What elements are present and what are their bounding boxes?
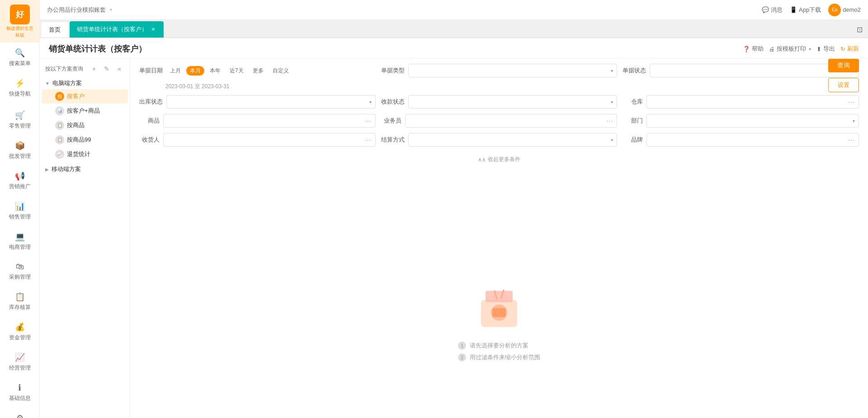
sidebar-item-system[interactable]: ⚙ 系统管理 — [0, 408, 39, 418]
scheme-item-icon-p: 📋 — [55, 121, 64, 130]
payment-method-select[interactable]: ▾ — [408, 133, 618, 147]
logo-subtitle: 标版 — [15, 32, 24, 38]
date-label: 单据日期 — [139, 66, 163, 75]
scheme-group-mobile-header[interactable]: ▶ 移动端方案 — [40, 163, 130, 175]
print-label: 按模板打印 — [777, 45, 806, 53]
scheme-item-by-customer[interactable]: 按 按客户 — [42, 89, 128, 104]
sidebar-item-marketing[interactable]: 📢 营销推广 — [0, 166, 39, 196]
sidebar-item-quick-nav[interactable]: ⚡ 快捷导航 — [0, 73, 39, 103]
scheme-item-icon-p99: 📋 — [55, 135, 64, 144]
tab-sales-stat[interactable]: 销货单统计计表（按客户） ✕ — [70, 21, 164, 38]
settings-button[interactable]: 设置 — [828, 78, 859, 92]
brand-input[interactable]: ··· — [646, 133, 859, 147]
help-button[interactable]: ❓ 帮助 — [743, 45, 764, 53]
svg-rect-1 — [486, 291, 513, 302]
sidebar-item-wholesale-mgmt[interactable]: 📦 批发管理 — [0, 135, 39, 166]
top-header: 办公用品行业模拟账套 ▾ 💬 消息 📱 App下载 Ea demo2 — [40, 0, 868, 20]
department-arrow-icon: ▾ — [853, 119, 855, 124]
page-inner: 销货单统计计表（按客户） ❓ 帮助 🖨 按模板打印 ▾ ⬆ 导出 — [40, 38, 868, 418]
out-status-select[interactable]: ▾ — [166, 95, 376, 109]
prev-month-btn[interactable]: 上月 — [166, 66, 184, 76]
more-btn[interactable]: 更多 — [249, 66, 267, 76]
tab-sales-stat-label: 销货单统计计表（按客户） — [77, 25, 147, 33]
date-range-row: 2023-03-01 至 2023-03-31 — [139, 83, 859, 90]
product-input[interactable]: ··· — [163, 114, 376, 128]
sidebar-item-label: 库存核算 — [9, 304, 31, 311]
query-button[interactable]: 查询 — [828, 59, 859, 72]
print-button[interactable]: 🖨 按模板打印 ▾ — [769, 45, 811, 53]
sidebar-item-retail-mgmt[interactable]: 🛒 零售管理 — [0, 105, 39, 135]
print-dropdown-icon: ▾ — [809, 47, 811, 52]
salesperson-input[interactable]: ··· — [405, 114, 618, 128]
scheme-group-desktop-header[interactable]: ▼ 电脑端方案 — [40, 77, 130, 89]
scheme-collapse-button[interactable]: « — [114, 64, 124, 74]
sidebar-item-purchase[interactable]: 🛍 采购管理 — [0, 256, 39, 286]
this-year-btn[interactable]: 本年 — [206, 66, 224, 76]
scheme-header-label: 按以下方案查询 — [45, 65, 83, 73]
message-button[interactable]: 💬 消息 — [762, 6, 783, 14]
empty-state: 1 请先选择要分析的方案 2 用过滤条件来缩小分析范围 — [130, 226, 868, 418]
filter-cell-department: 部门 ▾ — [623, 114, 859, 128]
this-month-btn[interactable]: 本月 — [186, 66, 204, 76]
tab-expand-button[interactable]: ⊡ — [851, 21, 868, 38]
scheme-item-by-customer-product[interactable]: 📊 按客户+商品 — [42, 104, 128, 118]
user-profile-button[interactable]: Ea demo2 — [828, 4, 861, 16]
payment-status-select[interactable]: ▾ — [408, 95, 618, 109]
filter-cell-warehouse: 仓库 ··· — [623, 95, 859, 109]
custom-btn[interactable]: 自定义 — [269, 66, 292, 76]
sidebar: 好 畅捷通好生意 标版 🔍 搜索菜单 ⚡ 快捷导航 🛒 零售管理 📦 批发管理 … — [0, 0, 40, 418]
brand-label: 品牌 — [623, 136, 643, 144]
breadcrumb-area: 办公用品行业模拟账套 ▾ — [47, 6, 113, 14]
filter-panel: 单据日期 上月 本月 本年 近7天 更多 自定义 — [130, 58, 868, 226]
scheme-edit-button[interactable]: ✎ — [102, 64, 112, 74]
sidebar-item-ecommerce[interactable]: 💻 电商管理 — [0, 226, 39, 256]
refresh-button[interactable]: ↻ 刷新 — [840, 45, 859, 53]
sidebar-item-sales-mgmt[interactable]: 📊 销售管理 — [0, 196, 39, 226]
payment-status-label: 收款状态 — [381, 98, 405, 106]
empty-step-1: 1 请先选择要分析的方案 — [458, 342, 540, 350]
tab-close-icon[interactable]: ✕ — [150, 25, 156, 33]
action-buttons: 查询 设置 — [828, 59, 859, 92]
filter-row-2: 出库状态 ▾ 收款状态 — [139, 95, 859, 109]
sidebar-item-basic-info[interactable]: ℹ 基础信息 — [0, 377, 39, 408]
sidebar-item-label: 采购管理 — [9, 273, 31, 281]
empty-step-2: 2 用过滤条件来缩小分析范围 — [458, 353, 540, 361]
scheme-item-return-stat-label: 退货统计 — [67, 150, 90, 158]
scheme-item-by-product-99[interactable]: 📋 按商品99 — [42, 133, 128, 147]
breadcrumb-arrow-icon: ▾ — [109, 6, 113, 13]
doc-type-select[interactable]: ▾ — [408, 64, 618, 77]
operations-icon: 📈 — [15, 352, 25, 362]
receiver-input[interactable]: ··· — [163, 133, 376, 147]
sidebar-item-finance[interactable]: 💰 资金管理 — [0, 317, 39, 347]
department-select[interactable]: ▾ — [646, 114, 859, 128]
sidebar-item-search-menu[interactable]: 🔍 搜索菜单 — [0, 43, 39, 73]
sidebar-item-label: 零售管理 — [9, 122, 31, 130]
page-title: 销货单统计计表（按客户） — [49, 43, 146, 54]
tab-home[interactable]: 首页 — [42, 22, 68, 38]
user-avatar: Ea — [828, 4, 841, 16]
salesperson-control: ··· — [405, 114, 618, 128]
scheme-item-by-product[interactable]: 📋 按商品 — [42, 118, 128, 133]
filter-cell-date: 单据日期 上月 本月 本年 近7天 更多 自定义 — [139, 64, 376, 77]
export-label: 导出 — [823, 45, 835, 53]
payment-status-control: ▾ — [408, 95, 618, 109]
export-button[interactable]: ⬆ 导出 — [816, 45, 835, 53]
page-content: 销货单统计计表（按客户） ❓ 帮助 🖨 按模板打印 ▾ ⬆ 导出 — [40, 38, 868, 418]
app-download-button[interactable]: 📱 App下载 — [790, 6, 821, 14]
department-label: 部门 — [623, 117, 643, 125]
doc-status-select[interactable]: ▾ — [650, 64, 859, 77]
scheme-item-return-stat[interactable]: 📈 退货统计 — [42, 147, 128, 162]
search-menu-icon: 🔍 — [15, 48, 25, 58]
inventory-icon: 📋 — [15, 292, 25, 302]
last7-btn[interactable]: 近7天 — [226, 66, 247, 76]
doc-type-control: ▾ — [408, 64, 618, 77]
sidebar-item-operations[interactable]: 📈 经营管理 — [0, 347, 39, 377]
sidebar-item-inventory[interactable]: 📋 库存核算 — [0, 286, 39, 317]
scheme-add-button[interactable]: + — [89, 64, 99, 74]
warehouse-input[interactable]: ··· — [646, 95, 859, 109]
scheme-group-mobile-label: 移动端方案 — [52, 165, 81, 173]
date-range-text: 2023-03-01 至 2023-03-31 — [165, 83, 229, 90]
collapse-bar[interactable]: ∧∧ 收起更多条件 — [139, 152, 859, 167]
brand-control: ··· — [646, 133, 859, 147]
refresh-icon: ↻ — [840, 46, 845, 52]
